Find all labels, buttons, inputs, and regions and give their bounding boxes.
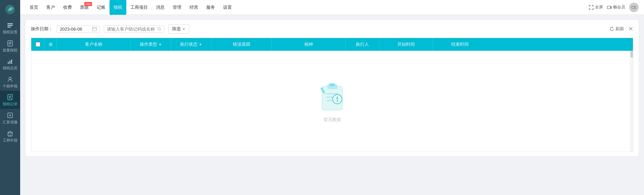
data-table: 客户名称 操作类型 ▼ 执行状态 ▼ 错误原因 税种: [31, 38, 633, 152]
content-panel: 操作日期： 筛选: [26, 20, 639, 156]
person-icon: [6, 76, 14, 83]
sort-icon-operation[interactable]: ▼: [159, 43, 162, 46]
nav-item-gongshang-xiangmu[interactable]: 工商项目: [126, 0, 152, 15]
svg-rect-3: [7, 27, 11, 28]
nav-right: 全屏 畅会员 CE: [589, 3, 639, 12]
top-nav: 首页 客户 收费 票据 new 记账 报税 工商项目 消息 管理 经营: [20, 0, 644, 15]
th-checkbox[interactable]: [31, 38, 45, 51]
svg-rect-20: [9, 134, 11, 136]
calendar-icon: [92, 27, 97, 31]
svg-rect-29: [330, 83, 335, 86]
search-wrapper[interactable]: [104, 25, 164, 33]
th-client-name: 客户名称: [57, 38, 131, 51]
calculate-icon: [6, 112, 14, 119]
svg-rect-14: [9, 97, 11, 98]
user-avatar[interactable]: CE: [629, 3, 639, 12]
th-settings[interactable]: [45, 38, 57, 51]
svg-rect-24: [92, 27, 96, 31]
nav-item-piaoju[interactable]: 票据 new: [76, 0, 93, 15]
svg-rect-15: [9, 98, 10, 99]
svg-rect-2: [7, 25, 13, 26]
th-operation-type: 操作类型 ▼: [131, 38, 171, 51]
svg-point-11: [9, 77, 11, 79]
nav-item-guanli[interactable]: 管理: [169, 0, 185, 15]
search-input[interactable]: [107, 27, 155, 32]
svg-rect-1: [7, 23, 13, 24]
date-input[interactable]: [60, 27, 90, 32]
sidebar-label-piliang-baoshui: 批量报税: [3, 48, 17, 52]
refresh-button[interactable]: 刷新: [609, 26, 624, 32]
sidebar-item-gongshangnianba[interactable]: 工商年报: [0, 127, 20, 145]
video-icon: [607, 5, 612, 10]
sidebar-label-gongshangnianba: 工商年报: [3, 138, 17, 143]
table-header: 客户名称 操作类型 ▼ 执行状态 ▼ 错误原因 税种: [31, 38, 633, 51]
refresh-icon: [609, 27, 614, 31]
nav-item-baoshui[interactable]: 报税: [110, 0, 126, 15]
sidebar-item-huisuan-jiaona[interactable]: 汇算清缴: [0, 109, 20, 127]
nav-item-shezhi[interactable]: 设置: [219, 0, 236, 15]
svg-rect-6: [9, 43, 11, 44]
scrollbar-thumb[interactable]: [631, 51, 633, 57]
date-label: 操作日期：: [31, 26, 53, 32]
nav-item-jingying[interactable]: 经营: [185, 0, 202, 15]
chevron-down-icon: [182, 27, 185, 31]
filter-button[interactable]: 筛选: [168, 24, 189, 34]
nav-item-shoufei[interactable]: 收费: [59, 0, 76, 15]
sidebar-item-geshuishenbao[interactable]: 个税申报: [0, 73, 20, 91]
empty-illustration: [315, 80, 349, 117]
app-logo: [3, 3, 17, 16]
nav-item-shouye[interactable]: 首页: [26, 0, 42, 15]
svg-point-26: [50, 44, 51, 45]
sidebar-label-baoshui-shezhi: 报税设置: [3, 30, 17, 34]
th-exec-status: 执行状态 ▼: [171, 38, 211, 51]
new-badge: new: [84, 2, 92, 6]
svg-rect-21: [607, 6, 610, 9]
svg-rect-9: [9, 61, 10, 64]
scrollbar[interactable]: [630, 51, 633, 152]
sidebar-item-baoshui-jilu[interactable]: ▶ 报税记录: [0, 91, 20, 109]
sidebar-label-baoshui-zongluan: 报税总览: [3, 66, 17, 70]
svg-rect-8: [8, 62, 9, 64]
th-tax-type: 税种: [272, 38, 346, 51]
company-icon: [6, 130, 14, 137]
table-body: 暂无数据: [31, 51, 633, 152]
sidebar-label-baoshui-jilu: 报税记录: [3, 102, 17, 106]
sidebar-item-baoshui-zongluan[interactable]: 报税总览: [0, 55, 20, 73]
content: 操作日期： 筛选: [20, 15, 644, 195]
toolbar-right: 刷新 ✕: [609, 26, 633, 32]
sort-icon-exec-status[interactable]: ▼: [199, 43, 202, 46]
svg-rect-34: [337, 96, 338, 100]
nav-item-xiaoxi[interactable]: 消息: [152, 0, 169, 15]
date-input-wrapper[interactable]: [57, 25, 100, 33]
nav-item-jizhang[interactable]: 记账: [93, 0, 110, 15]
svg-text:▶: ▶: [11, 98, 13, 100]
svg-rect-5: [9, 42, 11, 43]
svg-point-35: [337, 101, 338, 102]
member-btn[interactable]: 畅会员: [607, 4, 625, 10]
svg-rect-13: [9, 96, 11, 96]
overview-icon: [6, 57, 14, 65]
sidebar-item-baoshui-shezhi[interactable]: 报税设置: [0, 19, 20, 37]
fullscreen-btn[interactable]: 全屏: [589, 4, 603, 10]
sidebar-label-geshuishenbao: 个税申报: [3, 84, 17, 88]
nav-item-kehu[interactable]: 客户: [42, 0, 59, 15]
record-icon: ▶: [6, 93, 14, 101]
svg-rect-7: [9, 44, 10, 45]
close-button[interactable]: ✕: [628, 26, 633, 32]
empty-text: 暂无数据: [324, 117, 341, 123]
th-start-time: 开始时间: [379, 38, 433, 51]
main-area: 首页 客户 收费 票据 new 记账 报税 工商项目 消息 管理 经营: [20, 0, 644, 195]
settings-icon: [6, 22, 14, 29]
fullscreen-icon: [589, 5, 594, 10]
empty-state: 暂无数据: [315, 66, 349, 136]
th-executor: 执行人: [346, 38, 379, 51]
select-all-checkbox[interactable]: [36, 42, 40, 47]
svg-rect-10: [11, 60, 12, 64]
gear-icon: [48, 42, 53, 47]
th-end-time: 结束时间: [433, 38, 487, 51]
nav-item-fuwu[interactable]: 服务: [202, 0, 219, 15]
th-error-reason: 错误原因: [211, 38, 272, 51]
svg-text:CE: CE: [631, 5, 636, 9]
sidebar-item-piliang-baoshui[interactable]: 批量报税: [0, 37, 20, 55]
sidebar: 报税设置 批量报税 报税总览: [0, 0, 20, 195]
